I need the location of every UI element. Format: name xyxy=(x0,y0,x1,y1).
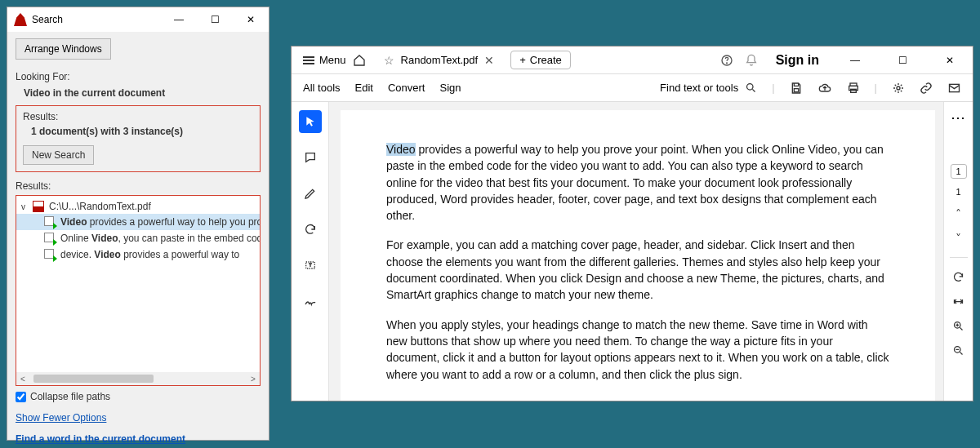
results-summary-frame: Results: 1 document(s) with 3 instance(s… xyxy=(16,105,261,172)
search-titlebar: Search — ☐ ✕ xyxy=(7,7,269,32)
rotate-button[interactable] xyxy=(950,268,968,286)
hamburger-icon xyxy=(303,56,314,64)
zoom-in-button[interactable] xyxy=(950,317,968,335)
page-width-button[interactable] xyxy=(950,292,968,310)
results-label-2: Results: xyxy=(16,180,261,192)
page-down-button[interactable]: ˅ xyxy=(950,229,968,247)
help-icon[interactable] xyxy=(720,54,733,67)
reader-toolbar: All tools Edit Convert Sign Find text or… xyxy=(292,74,973,102)
document-area[interactable]: Video provides a powerful way to help yo… xyxy=(329,102,943,401)
doc-paragraph: For example, you can add a matching cove… xyxy=(386,237,889,303)
hit-icon xyxy=(44,249,56,260)
results-label: Results: xyxy=(23,111,253,122)
share-icon[interactable] xyxy=(892,82,905,95)
home-button[interactable] xyxy=(353,54,374,67)
collapse-checkbox-input[interactable] xyxy=(16,392,26,402)
svg-rect-3 xyxy=(794,88,798,91)
textbox-tool[interactable] xyxy=(299,254,322,277)
svg-point-1 xyxy=(726,62,727,63)
result-hit[interactable]: Online Video, you can paste in the embed… xyxy=(16,230,260,246)
find-text-button[interactable]: Find text or tools xyxy=(660,82,757,94)
results-summary: 1 document(s) with 3 instance(s) xyxy=(23,126,253,137)
right-tool-rail: ⋯ 1 1 ˄ ˅ xyxy=(943,102,973,401)
sign-tab[interactable]: Sign xyxy=(439,82,461,94)
doc-paragraph: Video provides a powerful way to help yo… xyxy=(386,141,889,224)
pdf-icon xyxy=(33,201,44,212)
zoom-out-button[interactable] xyxy=(950,341,968,359)
create-button[interactable]: + Create xyxy=(510,51,571,69)
result-hit[interactable]: Video provides a powerful way to help yo… xyxy=(16,214,260,230)
highlighted-match: Video xyxy=(386,143,416,156)
search-window: Search — ☐ ✕ Arrange Windows Looking For… xyxy=(7,7,270,441)
caret-down-icon: v xyxy=(21,202,29,211)
page-total-badge: 1 xyxy=(951,185,967,198)
cloud-upload-icon[interactable] xyxy=(817,82,832,95)
reader-window: Menu ☆ RandomText.pdf ✕ + Create Sign in… xyxy=(291,46,973,401)
svg-point-2 xyxy=(747,84,754,91)
page-up-button[interactable]: ˄ xyxy=(950,205,968,223)
plus-icon: + xyxy=(519,54,526,66)
results-list: v C:\U...\RandomText.pdf Video provides … xyxy=(16,195,261,386)
close-button[interactable]: ✕ xyxy=(233,7,269,32)
arrange-windows-button[interactable]: Arrange Windows xyxy=(16,38,111,60)
horizontal-scrollbar[interactable]: < > xyxy=(16,372,260,385)
mail-icon[interactable] xyxy=(947,82,961,95)
reader-minimize-button[interactable]: — xyxy=(837,48,873,73)
bell-icon[interactable] xyxy=(745,54,758,67)
show-fewer-options-link[interactable]: Show Fewer Options xyxy=(16,412,106,424)
acrobat-icon xyxy=(14,13,27,26)
doc-paragraph: When you apply styles, your headings cha… xyxy=(386,317,889,383)
tab-close-icon[interactable]: ✕ xyxy=(484,54,494,67)
left-tool-rail xyxy=(292,102,329,401)
collapse-file-paths-checkbox[interactable]: Collapse file paths xyxy=(16,391,261,402)
convert-tab[interactable]: Convert xyxy=(388,82,425,94)
search-query: Video in the current document xyxy=(16,87,261,99)
looking-for-label: Looking For: xyxy=(16,71,261,82)
find-word-link[interactable]: Find a word in the current document xyxy=(16,433,185,445)
result-hit[interactable]: device. Video provides a powerful way to xyxy=(16,246,260,263)
page-current-badge[interactable]: 1 xyxy=(951,164,967,179)
result-file-path: C:\U...\RandomText.pdf xyxy=(49,201,151,212)
print-icon[interactable] xyxy=(847,82,860,95)
document-tab[interactable]: ☆ RandomText.pdf ✕ xyxy=(374,47,505,73)
sign-in-button[interactable]: Sign in xyxy=(769,53,826,68)
signature-tool[interactable] xyxy=(299,290,322,313)
comment-tool[interactable] xyxy=(299,146,322,169)
menu-button[interactable]: Menu xyxy=(296,51,353,69)
star-icon[interactable]: ☆ xyxy=(384,54,394,67)
save-icon[interactable] xyxy=(790,82,803,95)
all-tools-tab[interactable]: All tools xyxy=(303,82,341,94)
hit-icon xyxy=(44,233,56,244)
more-icon[interactable]: ⋯ xyxy=(951,109,966,126)
link-icon[interactable] xyxy=(920,82,933,95)
svg-point-6 xyxy=(897,86,900,90)
scroll-left-icon[interactable]: < xyxy=(16,375,29,384)
search-title: Search xyxy=(32,14,161,25)
hit-icon xyxy=(44,216,56,228)
erase-tool[interactable] xyxy=(299,218,322,241)
tab-title: RandomText.pdf xyxy=(401,54,479,66)
result-file-row[interactable]: v C:\U...\RandomText.pdf xyxy=(16,199,260,214)
highlight-tool[interactable] xyxy=(299,182,322,205)
search-icon xyxy=(745,82,757,94)
reader-titlebar: Menu ☆ RandomText.pdf ✕ + Create Sign in… xyxy=(292,47,973,74)
reader-close-button[interactable]: ✕ xyxy=(932,48,968,73)
select-tool[interactable] xyxy=(299,110,322,133)
new-search-button[interactable]: New Search xyxy=(23,145,94,165)
scroll-right-icon[interactable]: > xyxy=(247,375,260,384)
svg-rect-5 xyxy=(850,89,856,92)
reader-maximize-button[interactable]: ☐ xyxy=(884,48,920,73)
maximize-button[interactable]: ☐ xyxy=(197,7,233,32)
document-page: Video provides a powerful way to help yo… xyxy=(341,110,935,401)
minimize-button[interactable]: — xyxy=(161,7,197,32)
edit-tab[interactable]: Edit xyxy=(355,82,373,94)
